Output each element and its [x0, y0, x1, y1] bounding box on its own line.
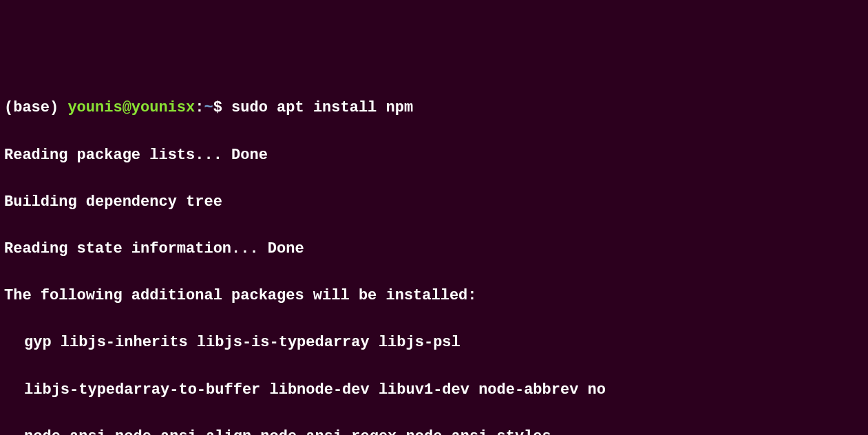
- prompt-separator: :: [195, 99, 204, 116]
- cwd-path: ~: [204, 99, 213, 116]
- conda-env: (base): [4, 99, 67, 116]
- output-reading-state: Reading state information... Done: [4, 237, 864, 261]
- typed-command: sudo apt install npm: [231, 99, 413, 116]
- output-reading-lists: Reading package lists... Done: [4, 144, 864, 167]
- output-building-tree: Building dependency tree: [4, 191, 864, 214]
- package-list-line: node-ansi node-ansi-align node-ansi-rege…: [4, 425, 864, 435]
- output-additional-packages: The following additional packages will b…: [4, 284, 864, 308]
- user-host: younis@younisx: [67, 99, 195, 116]
- prompt-dollar: $: [213, 99, 231, 116]
- package-list-line: libjs-typedarray-to-buffer libnode-dev l…: [4, 379, 864, 402]
- package-list-line: gyp libjs-inherits libjs-is-typedarray l…: [4, 331, 864, 354]
- command-prompt-line[interactable]: (base) younis@younisx:~$ sudo apt instal…: [4, 96, 864, 120]
